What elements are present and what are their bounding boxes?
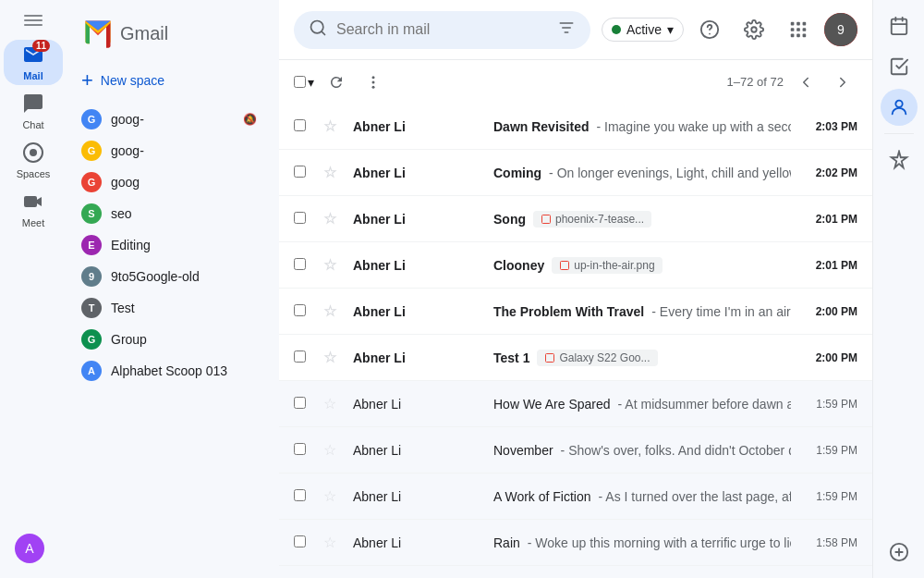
email-sender: Abner Li — [353, 166, 482, 180]
email-row[interactable]: ☆Abner LiNovember - Show's over, folks. … — [279, 427, 872, 473]
email-checkbox[interactable] — [294, 258, 312, 273]
email-content: Coming - On longer evenings, Light, chil… — [493, 166, 791, 180]
email-sender: Abner Li — [353, 443, 482, 458]
nav-item-group[interactable]: GGroup — [67, 324, 272, 355]
left-icon-sidebar: 11 Mail Chat Spaces — [0, 0, 67, 578]
email-row[interactable]: ☆Abner LiHow We Are Spared - At midsumme… — [279, 381, 872, 427]
email-content: November - Show's over, folks. And didn'… — [493, 443, 791, 458]
email-checkbox[interactable] — [294, 489, 312, 504]
select-all-checkbox-wrapper[interactable]: ▾ — [294, 75, 314, 90]
help-button[interactable] — [691, 11, 728, 48]
nav-item-avatar: E — [81, 235, 102, 255]
email-checkbox[interactable] — [294, 166, 312, 180]
keep-icon[interactable] — [881, 141, 918, 178]
email-subject: Dawn Revisited — [493, 119, 589, 134]
svg-rect-12 — [791, 28, 795, 31]
mail-icon: 11 — [22, 43, 44, 68]
nav-item-goog3[interactable]: Ggoog — [67, 166, 272, 198]
email-checkbox[interactable] — [294, 443, 312, 458]
search-bar[interactable] — [294, 11, 590, 49]
right-divider — [884, 133, 914, 134]
svg-rect-0 — [24, 15, 43, 17]
tasks-icon[interactable] — [881, 48, 918, 85]
email-checkbox[interactable] — [294, 535, 312, 550]
refresh-button[interactable] — [322, 68, 351, 97]
email-checkbox[interactable] — [294, 397, 312, 412]
settings-button[interactable] — [736, 11, 772, 48]
right-sidebar — [872, 0, 924, 578]
sidebar-item-mail[interactable]: 11 Mail — [4, 40, 63, 85]
email-subject: The Problem With Travel — [493, 304, 644, 319]
select-all-checkbox[interactable] — [294, 76, 306, 88]
email-content: How We Are Spared - At midsummer before … — [493, 397, 791, 412]
email-preview: - Show's over, folks. And didn't October… — [561, 443, 791, 458]
sidebar-item-chat[interactable]: Chat — [4, 89, 63, 134]
add-apps-button[interactable] — [881, 534, 918, 571]
email-checkbox[interactable] — [294, 212, 312, 227]
status-chip[interactable]: Active ▾ — [602, 18, 684, 42]
email-star-icon[interactable]: ☆ — [323, 441, 342, 459]
email-star-icon[interactable]: ☆ — [323, 302, 342, 320]
email-star-icon[interactable]: ☆ — [323, 256, 342, 274]
email-checkbox[interactable] — [294, 304, 312, 319]
email-star-icon[interactable]: ☆ — [323, 534, 342, 551]
chat-icon — [22, 92, 44, 117]
mail-badge: 11 — [32, 40, 50, 52]
nav-item-avatar: G — [81, 329, 102, 350]
sidebar-item-spaces[interactable]: Spaces — [4, 138, 63, 183]
email-star-icon[interactable]: ☆ — [323, 164, 342, 181]
email-row[interactable]: ☆Abner LiComing - On longer evenings, Li… — [279, 150, 872, 196]
new-space-button[interactable]: + New space — [67, 61, 279, 100]
email-row[interactable]: ☆Abner LiA Work of Fiction - As I turned… — [279, 473, 872, 520]
sidebar-item-menu[interactable] — [4, 7, 63, 36]
email-row[interactable]: ☆Abner LiTest 1Galaxy S22 Goo...2:00 PM — [279, 335, 872, 381]
prev-page-button[interactable] — [791, 68, 821, 97]
email-sender: Abner Li — [353, 212, 482, 227]
email-row[interactable]: ☆Abner LiDawn Revisited - Imagine you wa… — [279, 104, 872, 150]
select-dropdown-icon[interactable]: ▾ — [308, 75, 314, 90]
email-time: 2:00 PM — [802, 351, 857, 364]
email-row[interactable]: ☆Abner LiRain - Woke up this morning wit… — [279, 520, 872, 566]
email-checkbox[interactable] — [294, 350, 312, 365]
filter-icon[interactable] — [557, 18, 576, 42]
svg-point-19 — [372, 80, 375, 83]
nav-item-test[interactable]: TTest — [67, 292, 272, 324]
nav-item-avatar: S — [81, 203, 102, 224]
more-options-button[interactable] — [359, 68, 388, 97]
email-star-icon[interactable]: ☆ — [323, 395, 342, 412]
email-star-icon[interactable]: ☆ — [323, 349, 342, 366]
email-row[interactable]: ☆Abner LiDon't Hesitate - If you suddenl… — [279, 566, 872, 578]
svg-rect-24 — [891, 19, 906, 34]
email-star-icon[interactable]: ☆ — [323, 210, 342, 228]
nav-item-9to5[interactable]: 99to5Google-old — [67, 261, 272, 292]
email-checkbox[interactable] — [294, 119, 312, 134]
apps-button[interactable] — [780, 11, 817, 48]
status-dot — [612, 25, 621, 34]
nav-item-goog2[interactable]: Ggoog- — [67, 135, 272, 166]
svg-point-4 — [30, 149, 37, 156]
contacts-icon[interactable] — [881, 89, 918, 126]
email-row[interactable]: ☆Abner LiClooneyup-in-the-air.png2:01 PM — [279, 242, 872, 289]
email-time: 2:03 PM — [802, 120, 857, 133]
email-star-icon[interactable]: ☆ — [323, 117, 342, 135]
menu-icon[interactable] — [24, 11, 43, 32]
nav-item-editing[interactable]: EEditing — [67, 229, 272, 261]
sidebar-item-meet[interactable]: Meet — [4, 187, 63, 232]
email-row[interactable]: ☆Abner LiThe Problem With Travel - Every… — [279, 289, 872, 335]
nav-item-seo[interactable]: Sseo — [67, 198, 272, 229]
next-page-button[interactable] — [828, 68, 857, 97]
email-row[interactable]: ☆Abner LiSongphoenix-7-tease...2:01 PM — [279, 196, 872, 242]
nav-panel: Gmail + New space Ggoog-🔕Ggoog-GgoogSseo… — [67, 0, 279, 578]
email-subject: November — [493, 443, 553, 458]
nav-item-goog1[interactable]: Ggoog-🔕 — [67, 104, 272, 135]
nav-item-name: goog- — [111, 143, 257, 158]
search-input[interactable] — [336, 21, 548, 38]
calendar-icon[interactable] — [881, 7, 918, 44]
email-star-icon[interactable]: ☆ — [323, 487, 342, 505]
email-content: Rain - Woke up this morning with a terri… — [493, 535, 791, 550]
email-subject: Coming — [493, 166, 541, 180]
user-avatar[interactable]: 9 — [824, 13, 857, 46]
gmail-logo-icon — [81, 17, 115, 50]
email-sender: Abner Li — [353, 304, 482, 319]
nav-item-alphabet[interactable]: AAlphabet Scoop 013 — [67, 355, 272, 387]
